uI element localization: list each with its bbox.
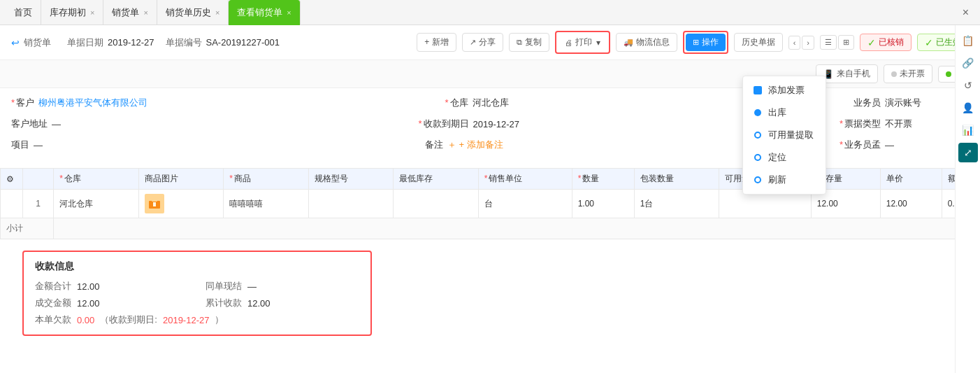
dropdown-available-qty[interactable]: 可用量提取: [743, 124, 826, 146]
operate-button[interactable]: ⊞ 操作: [686, 34, 726, 51]
payment-section: 收款信息 金额合计 12.00 同单现结 — 成交金额 12.00: [0, 239, 980, 347]
sidebar-icon-4[interactable]: 👤: [958, 98, 978, 118]
print-button[interactable]: 🖨 打印 ▾: [558, 34, 607, 51]
note-label: 备注: [425, 139, 443, 151]
dropdown-add-invoice[interactable]: 添加发票: [743, 79, 826, 101]
app-close-button[interactable]: ×: [957, 6, 974, 19]
data-table: ⚙ 仓库 商品图片 商品 规格型号 最低库存 销售单位 数量 包装数量 可用量 …: [0, 168, 980, 239]
payment-same-order-value: —: [247, 281, 257, 292]
doc-title-icon: ↩: [11, 37, 20, 48]
sidebar-icon-3[interactable]: ↺: [958, 76, 978, 95]
customer-value[interactable]: 柳州粤港平安气体有限公司: [38, 97, 147, 109]
sold-check-icon: ✓: [867, 37, 876, 48]
row-unit: 台: [478, 190, 572, 218]
payment-date-value: 2019-12-27: [473, 119, 557, 129]
history-button[interactable]: 历史单据: [734, 33, 783, 52]
doc-date-label: 单据日期: [67, 36, 103, 49]
tab-sales-close[interactable]: ×: [143, 8, 147, 17]
dropdown-menu: 添加发票 出库 可用量提取 定位: [742, 76, 826, 195]
doc-number-label: 单据编号: [166, 36, 202, 49]
tab-inventory[interactable]: 库存期初 ×: [41, 0, 103, 25]
note-field: 备注 ＋ + 添加备注: [425, 139, 531, 151]
dropdown-refresh[interactable]: 刷新: [743, 169, 826, 191]
tab-home-label: 首页: [14, 6, 32, 19]
doc-meta: 单据日期 2019-12-27 单据编号 SA-20191227-001: [67, 36, 417, 49]
warehouse-label: 仓库: [445, 97, 468, 109]
tab-sales-history-close[interactable]: ×: [215, 8, 219, 17]
svg-rect-2: [153, 202, 156, 206]
confirm-icon: [946, 71, 951, 77]
row-image: [138, 190, 223, 218]
locate-label: 定位: [768, 151, 786, 164]
available-qty-icon: [753, 130, 763, 140]
col-min-stock: 最低库存: [394, 169, 478, 190]
staff-field: 业务员 演示账号: [853, 97, 969, 109]
dropdown-locate[interactable]: 定位: [743, 146, 826, 169]
doc-header: ↩ 销货单 单据日期 2019-12-27 单据编号 SA-20191227-0…: [0, 25, 980, 60]
col-spec: 规格型号: [308, 169, 393, 190]
payment-same-order-row: 同单现结 —: [206, 280, 359, 293]
form-section: 客户 柳州粤港平安气体有限公司 仓库 河北仓库 业务员 演示账号 客户地址 —: [0, 88, 980, 168]
sidebar-icon-5[interactable]: 📊: [958, 120, 978, 140]
nav-arrows: ‹ ›: [788, 36, 814, 50]
staff-label: 业务员: [853, 97, 881, 109]
col-quantity: 数量: [572, 169, 634, 190]
new-button[interactable]: + 新增: [417, 33, 456, 52]
print-highlight: 🖨 打印 ▾: [555, 31, 610, 54]
payment-transaction-row: 成交金额 12.00: [35, 297, 189, 309]
subtotal-label: 小计: [1, 218, 54, 239]
payment-accumulated-row: 累计收款 12.00: [206, 297, 359, 309]
note-add-button[interactable]: ＋ + 添加备注: [447, 139, 531, 151]
tab-view-sales-label: 查看销货单: [237, 6, 282, 19]
row-min-stock: [394, 190, 478, 218]
locate-icon: [753, 153, 763, 162]
tab-view-sales-close[interactable]: ×: [287, 8, 291, 17]
payment-date-label: 收款到期日: [418, 118, 468, 130]
print-dropdown-arrow: ▾: [596, 38, 600, 48]
next-button[interactable]: ›: [802, 36, 814, 50]
address-label: 客户地址: [11, 118, 48, 130]
tab-inventory-label: 库存期初: [50, 6, 86, 19]
payment-same-order-label: 同单现结: [206, 280, 242, 293]
main-content: ↩ 销货单 单据日期 2019-12-27 单据编号 SA-20191227-0…: [0, 25, 980, 373]
table-row: 1 河北仓库 嘻嘻嘻嘻 台 1.00 1台: [1, 190, 980, 218]
prev-button[interactable]: ‹: [788, 36, 801, 50]
col-image: 商品图片: [138, 169, 223, 190]
list-view-button[interactable]: ☰: [820, 35, 837, 50]
ticket-field: 票据类型 不开票: [840, 118, 969, 130]
open-ticket-button[interactable]: 未开票: [884, 64, 932, 83]
tab-bar: 首页 库存期初 × 销货单 × 销货单历史 × 查看销货单 × ×: [0, 0, 980, 25]
tab-sales[interactable]: 销货单 ×: [103, 0, 157, 25]
product-image: [145, 194, 164, 213]
available-qty-label: 可用量提取: [768, 129, 814, 141]
open-ticket-icon: [891, 71, 897, 77]
payment-due-row: 本单欠款 0.00 （收款到期日: 2019-12-27 ）: [35, 314, 359, 326]
sidebar-icon-1[interactable]: 📋: [958, 31, 978, 50]
doc-actions: + 新增 ↗ 分享 ⧉ 复制 🖨 打印 ▾: [417, 31, 969, 54]
tab-sales-history[interactable]: 销货单历史 ×: [157, 0, 229, 25]
tab-home[interactable]: 首页: [6, 0, 41, 25]
sold-badge[interactable]: ✓ 已核销: [860, 34, 911, 51]
sidebar-icon-2[interactable]: 🔗: [958, 53, 978, 73]
row-product: 嘻嘻嘻嘻: [224, 190, 308, 218]
copy-button[interactable]: ⧉ 复制: [509, 33, 549, 52]
logistics-button[interactable]: 🚚 物流信息: [616, 33, 677, 52]
sidebar-icon-expand[interactable]: ⤢: [958, 143, 978, 162]
tab-inventory-close[interactable]: ×: [90, 8, 94, 17]
row-warehouse: 河北仓库: [54, 190, 138, 218]
outbound-icon: [753, 108, 763, 118]
operate-highlight: ⊞ 操作: [683, 31, 728, 54]
dropdown-outbound[interactable]: 出库: [743, 101, 826, 124]
payment-transaction-label: 成交金额: [35, 297, 71, 309]
grid-view-button[interactable]: ⊞: [838, 35, 854, 50]
share-button[interactable]: ↗ 分享: [462, 33, 503, 52]
svg-rect-1: [152, 199, 157, 202]
address-field: 客户地址 —: [11, 118, 136, 130]
col-index: [23, 169, 54, 190]
row-pack-qty: 1台: [634, 190, 719, 218]
col-warehouse: 仓库: [54, 169, 138, 190]
payment-accumulated-value: 12.00: [247, 298, 271, 309]
add-invoice-icon: [753, 85, 763, 95]
view-icons: ☰ ⊞: [820, 35, 854, 50]
tab-view-sales[interactable]: 查看销货单 ×: [229, 0, 300, 25]
